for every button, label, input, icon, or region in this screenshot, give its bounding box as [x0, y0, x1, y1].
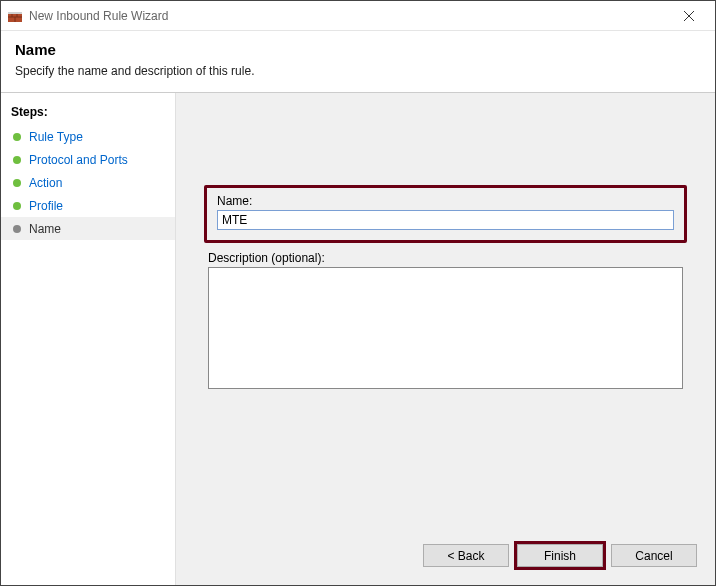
titlebar: New Inbound Rule Wizard — [1, 1, 715, 31]
description-textarea[interactable] — [208, 267, 683, 389]
name-input[interactable] — [217, 210, 674, 230]
wizard-header: Name Specify the name and description of… — [1, 31, 715, 92]
window-title: New Inbound Rule Wizard — [29, 9, 669, 23]
name-field-highlight: Name: — [204, 185, 687, 243]
button-row: < Back Finish Cancel — [423, 544, 697, 567]
step-label: Rule Type — [29, 130, 83, 144]
svg-rect-1 — [8, 12, 22, 14]
step-label: Profile — [29, 199, 63, 213]
step-profile[interactable]: Profile — [1, 194, 175, 217]
firewall-icon — [7, 8, 23, 24]
step-action[interactable]: Action — [1, 171, 175, 194]
step-protocol-and-ports[interactable]: Protocol and Ports — [1, 148, 175, 171]
name-label: Name: — [217, 194, 674, 208]
step-label: Name — [29, 222, 61, 236]
step-label: Protocol and Ports — [29, 153, 128, 167]
main-panel: Name: Description (optional): < Back Fin… — [176, 93, 715, 585]
step-name[interactable]: Name — [1, 217, 175, 240]
page-subtitle: Specify the name and description of this… — [15, 64, 701, 78]
bullet-icon — [13, 179, 21, 187]
bullet-icon — [13, 133, 21, 141]
close-button[interactable] — [669, 2, 709, 30]
finish-button[interactable]: Finish — [517, 544, 603, 567]
steps-heading: Steps: — [1, 99, 175, 125]
cancel-button[interactable]: Cancel — [611, 544, 697, 567]
wizard-body: Steps: Rule Type Protocol and Ports Acti… — [1, 92, 715, 585]
steps-sidebar: Steps: Rule Type Protocol and Ports Acti… — [1, 93, 176, 585]
back-button[interactable]: < Back — [423, 544, 509, 567]
bullet-icon — [13, 225, 21, 233]
bullet-icon — [13, 156, 21, 164]
bullet-icon — [13, 202, 21, 210]
step-rule-type[interactable]: Rule Type — [1, 125, 175, 148]
description-label: Description (optional): — [208, 251, 683, 265]
page-title: Name — [15, 41, 701, 58]
step-label: Action — [29, 176, 62, 190]
wizard-window: New Inbound Rule Wizard Name Specify the… — [0, 0, 716, 586]
form-area: Name: Description (optional): — [176, 93, 715, 409]
